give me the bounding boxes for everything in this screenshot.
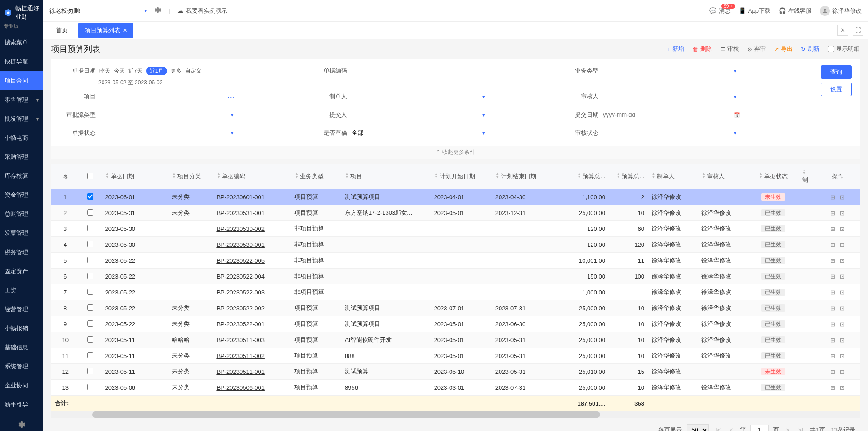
code-link[interactable]: BP-20230530-002 <box>216 225 265 232</box>
filter-auditor-input[interactable] <box>602 91 738 102</box>
sidebar-item[interactable]: 基础信息 <box>0 338 43 357</box>
sidebar-item[interactable]: 发票管理 <box>0 224 43 243</box>
sidebar-item[interactable]: 批发管理▾ <box>0 109 43 128</box>
page-prev[interactable]: < <box>727 426 736 431</box>
row-checkbox[interactable] <box>87 225 93 231</box>
sidebar-item[interactable]: 搜索菜单 <box>0 33 43 52</box>
sidebar-item[interactable]: 资金管理 <box>0 186 43 205</box>
refresh-button[interactable]: ↻刷新 <box>801 45 819 53</box>
more-icon[interactable]: ⊡ <box>840 273 845 280</box>
demo-link[interactable]: ☁ 我要看实例演示 <box>177 7 227 15</box>
col-category[interactable]: ▲▼项目分类 <box>168 164 213 189</box>
code-link[interactable]: BP-20230511-001 <box>216 368 265 375</box>
shortcut-more[interactable]: 更多 <box>171 67 181 75</box>
tab-home[interactable]: 首页 <box>49 23 74 38</box>
more-icon[interactable]: ⊡ <box>840 321 845 328</box>
chevron-down-icon[interactable]: ▾ <box>734 94 736 100</box>
export-button[interactable]: ↗导出 <box>774 45 793 53</box>
col-select-all[interactable] <box>79 164 101 189</box>
chevron-down-icon[interactable]: ▾ <box>734 68 736 74</box>
view-icon[interactable]: ⊞ <box>830 289 835 296</box>
service-button[interactable]: 🎧 在线客服 <box>779 7 812 15</box>
sidebar-item[interactable]: 经营管理 <box>0 300 43 319</box>
sidebar-item[interactable]: 工资 <box>0 281 43 300</box>
row-checkbox[interactable] <box>87 384 93 390</box>
page-input[interactable] <box>750 425 769 431</box>
row-checkbox[interactable] <box>87 193 93 200</box>
table-row[interactable]: 7 2023-05-22 BP-20230522-003 非项目预算 1,000… <box>51 284 860 300</box>
col-auditor[interactable]: ▲▼审核人 <box>698 164 748 189</box>
row-checkbox[interactable] <box>87 368 93 374</box>
filter-submitdate-input[interactable] <box>602 109 738 120</box>
company-selector[interactable]: 徐老板勿删! ▾ <box>49 7 147 15</box>
filter-auditstatus-input[interactable] <box>602 127 738 138</box>
messages-button[interactable]: 💬 消息 99 + <box>709 7 731 15</box>
sidebar-item[interactable]: 快捷导航 <box>0 52 43 71</box>
download-button[interactable]: 📱 App下载 <box>739 7 770 15</box>
sidebar-item[interactable]: 零售管理▾ <box>0 90 43 109</box>
row-checkbox[interactable] <box>87 304 93 311</box>
row-checkbox[interactable] <box>87 320 93 327</box>
row-checkbox[interactable] <box>87 273 93 279</box>
row-checkbox[interactable] <box>87 336 93 343</box>
table-row[interactable]: 13 2023-05-06 未分类 BP-20230506-001 项目预算 8… <box>51 380 860 396</box>
sidebar-item[interactable]: 项目合同 <box>0 71 43 90</box>
col-code[interactable]: ▲▼单据编码 <box>213 164 291 189</box>
row-checkbox[interactable] <box>87 241 93 247</box>
view-icon[interactable]: ⊞ <box>830 273 835 280</box>
code-link[interactable]: BP-20230601-001 <box>216 194 265 201</box>
sidebar-item[interactable]: 总账管理 <box>0 205 43 224</box>
table-row[interactable]: 6 2023-05-22 BP-20230522-004 非项目预算 150.0… <box>51 269 860 284</box>
tab-fullscreen[interactable]: ⛶ <box>853 25 863 36</box>
more-icon[interactable]: ⊡ <box>840 353 845 359</box>
more-icon[interactable]: ⊡ <box>840 384 845 391</box>
chevron-down-icon[interactable]: ▾ <box>231 130 234 136</box>
more-icon[interactable]: ··· <box>228 93 235 100</box>
table-row[interactable]: 11 2023-05-11 未分类 BP-20230511-002 项目预算 8… <box>51 348 860 364</box>
view-icon[interactable]: ⊞ <box>830 210 835 216</box>
sidebar-item[interactable]: 系统管理 <box>0 357 43 376</box>
col-status[interactable]: ▲▼单据状态 <box>748 164 799 189</box>
view-icon[interactable]: ⊞ <box>830 337 835 343</box>
col-creator[interactable]: ▲▼制单人 <box>648 164 698 189</box>
show-detail-checkbox[interactable]: 显示明细 <box>828 45 860 53</box>
more-icon[interactable]: ⊡ <box>840 257 845 264</box>
shortcut-yesterday[interactable]: 昨天 <box>99 67 110 75</box>
filter-settings-button[interactable]: 设置 <box>821 83 852 96</box>
view-icon[interactable]: ⊞ <box>830 353 835 359</box>
col-end[interactable]: ▲▼计划结束日期 <box>492 164 553 189</box>
view-icon[interactable]: ⊞ <box>830 241 835 248</box>
collapse-filter-bar[interactable]: ⌃ 收起更多条件 <box>51 146 860 159</box>
filter-submitter-input[interactable] <box>351 109 487 120</box>
shortcut-custom[interactable]: 自定义 <box>185 67 201 75</box>
code-link[interactable]: BP-20230522-003 <box>216 289 265 296</box>
more-icon[interactable]: ⊡ <box>840 368 845 375</box>
settings-gear[interactable] <box>0 414 43 431</box>
col-settings[interactable]: ⚙ <box>51 164 79 189</box>
table-row[interactable]: 2 2023-05-31 未分类 BP-20230531-001 项目预算 东方… <box>51 205 860 221</box>
table-row[interactable]: 9 2023-05-22 未分类 BP-20230522-001 项目预算 测试… <box>51 316 860 332</box>
col-start[interactable]: ▲▼计划开始日期 <box>431 164 492 189</box>
more-icon[interactable]: ⊡ <box>840 225 845 232</box>
col-date[interactable]: ▲▼单据日期 <box>102 164 168 189</box>
filter-creator-input[interactable] <box>351 91 487 102</box>
more-icon[interactable]: ⊡ <box>840 337 845 343</box>
col-amount[interactable]: ▲▼预算总... <box>553 164 609 189</box>
shortcut-week[interactable]: 近7天 <box>128 67 142 75</box>
per-page-select[interactable]: 50 <box>687 424 709 431</box>
add-button[interactable]: +新增 <box>667 45 684 53</box>
view-icon[interactable]: ⊞ <box>830 225 835 232</box>
sidebar-item[interactable]: 小畅电商 <box>0 128 43 147</box>
close-icon[interactable]: ✕ <box>123 28 127 33</box>
code-link[interactable]: BP-20230506-001 <box>216 384 265 391</box>
col-prepare[interactable]: ▲▼制 <box>799 164 815 189</box>
shortcut-month[interactable]: 近1月 <box>146 67 167 75</box>
table-row[interactable]: 10 2023-05-11 哈哈哈 BP-20230511-003 项目预算 A… <box>51 332 860 348</box>
filter-item-input[interactable] <box>99 91 235 102</box>
filter-flow-input[interactable] <box>99 109 235 120</box>
view-icon[interactable]: ⊞ <box>830 321 835 328</box>
col-qty[interactable]: ▲▼预算总... <box>609 164 648 189</box>
row-checkbox[interactable] <box>87 352 93 358</box>
code-link[interactable]: BP-20230511-002 <box>216 353 265 359</box>
filter-draft-input[interactable] <box>351 127 487 138</box>
